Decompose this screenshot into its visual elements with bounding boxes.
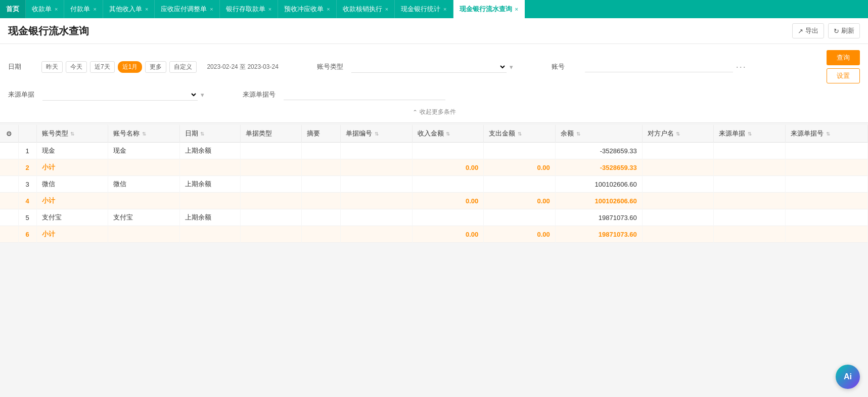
td-source_doc [714, 226, 786, 243]
page-header: 现金银行流水查询 ↗ 导出 ↻ 刷新 [0, 18, 868, 44]
account-type-wrap: ▾ [351, 61, 513, 73]
export-icon: ↗ [798, 27, 803, 35]
td-account_name: 现金 [108, 143, 180, 159]
td-gear [0, 226, 18, 243]
td-summary [301, 209, 341, 226]
nav-label-bank-deposit: 银行存取款单 [226, 5, 265, 14]
filter-row-2: 来源单据 ▾ 来源单据号 [8, 89, 860, 101]
td-date [179, 226, 240, 243]
td-summary [301, 159, 341, 176]
account-input[interactable] [585, 61, 733, 72]
td-date [179, 193, 240, 209]
td-expense: 0.00 [484, 193, 556, 209]
account-more-icon[interactable]: ··· [736, 62, 747, 72]
nav-close-payment[interactable]: × [93, 6, 96, 12]
td-doc_type [241, 176, 301, 193]
nav-close-bank-flow[interactable]: × [515, 6, 518, 12]
nav-item-home[interactable]: 首页 [0, 0, 26, 18]
settings-button[interactable]: 设置 [827, 68, 860, 83]
date-btn-更多[interactable]: 更多 [145, 61, 166, 73]
nav-item-writeoff[interactable]: 收款核销执行× [337, 0, 395, 18]
td-expense: 0.00 [484, 159, 556, 176]
refresh-button[interactable]: ↻ 刷新 [828, 23, 860, 38]
th-source_doc_no[interactable]: 来源单据号 ⇅ [785, 125, 867, 143]
source-doc-select[interactable] [42, 89, 198, 101]
source-doc-num-input[interactable] [284, 89, 445, 100]
nav-close-prepay[interactable]: × [327, 6, 330, 12]
td-counterpart [642, 159, 714, 176]
td-summary [301, 193, 341, 209]
nav-item-payment[interactable]: 付款单× [64, 0, 103, 18]
nav-close-writeoff[interactable]: × [385, 6, 388, 12]
export-button[interactable]: ↗ 导出 [792, 23, 824, 38]
nav-item-bank-flow[interactable]: 现金银行流水查询× [453, 0, 525, 18]
td-account_name: 微信 [108, 176, 180, 193]
nav-item-ar-ap-adjust[interactable]: 应收应付调整单× [155, 0, 219, 18]
td-counterpart [642, 209, 714, 226]
source-doc-label: 来源单据 [8, 90, 34, 99]
td-date: 上期余额 [179, 143, 240, 159]
date-btn-近1月[interactable]: 近1月 [118, 61, 143, 73]
td-account_type: 支付宝 [36, 209, 108, 226]
td-source_doc_no [785, 143, 867, 159]
date-label: 日期 [8, 62, 33, 71]
td-account_type: 小计 [36, 193, 108, 209]
td-expense [484, 176, 556, 193]
th-date[interactable]: 日期 ⇅ [179, 125, 240, 143]
th-income[interactable]: 收入金额 ⇅ [412, 125, 484, 143]
td-account_type: 小计 [36, 226, 108, 243]
td-gear [0, 143, 18, 159]
td-doc_type [241, 209, 301, 226]
th-account_name[interactable]: 账号名称 ⇅ [108, 125, 180, 143]
nav-item-bank-stat[interactable]: 现金银行统计× [395, 0, 453, 18]
th-expense[interactable]: 支出金额 ⇅ [484, 125, 556, 143]
date-btn-近7天[interactable]: 近7天 [90, 61, 115, 73]
date-btn-昨天[interactable]: 昨天 [41, 61, 63, 73]
th-source_doc[interactable]: 来源单据 ⇅ [714, 125, 786, 143]
collapse-bar[interactable]: ⌃ 收起更多条件 [8, 106, 860, 118]
nav-label-writeoff: 收款核销执行 [343, 5, 382, 14]
td-doc_type [241, 193, 301, 209]
nav-item-receipt[interactable]: 收款单× [26, 0, 64, 18]
td-income [412, 143, 484, 159]
td-counterpart [642, 193, 714, 209]
nav-label-payment: 付款单 [70, 5, 90, 14]
td-income: 0.00 [412, 193, 484, 209]
query-button[interactable]: 查询 [827, 50, 860, 65]
nav-label-other-income: 其他收入单 [109, 5, 142, 14]
gear-icon[interactable]: ⚙ [6, 130, 12, 138]
date-btn-今天[interactable]: 今天 [66, 61, 87, 73]
td-counterpart [642, 226, 714, 243]
sort-icon-date: ⇅ [199, 131, 205, 137]
td-seq: 2 [18, 159, 36, 176]
sort-icon-doc_no: ⇅ [373, 131, 379, 137]
th-counterpart[interactable]: 对方户名 ⇅ [642, 125, 714, 143]
sort-icon-counterpart: ⇅ [675, 131, 680, 137]
nav-item-bank-deposit[interactable]: 银行存取款单× [220, 0, 278, 18]
th-label-doc_no: 单据编号 [346, 129, 372, 137]
account-type-select[interactable] [351, 61, 507, 73]
nav-close-other-income[interactable]: × [145, 6, 148, 12]
td-balance: 100102606.60 [555, 176, 642, 193]
right-buttons: 查询 设置 [827, 50, 860, 83]
nav-close-bank-stat[interactable]: × [443, 6, 446, 12]
th-label-source_doc_no: 来源单据号 [791, 129, 824, 137]
nav-item-prepay[interactable]: 预收冲应收单× [278, 0, 336, 18]
source-doc-num-label: 来源单据号 [243, 90, 276, 99]
nav-close-bank-deposit[interactable]: × [268, 6, 271, 12]
th-seq [18, 125, 36, 143]
th-balance[interactable]: 余额 ⇅ [555, 125, 642, 143]
th-label-income: 收入金额 [418, 129, 444, 137]
th-doc_no[interactable]: 单据编号 ⇅ [341, 125, 413, 143]
date-btn-自定义[interactable]: 自定义 [169, 61, 197, 73]
td-income [412, 209, 484, 226]
nav-close-ar-ap-adjust[interactable]: × [210, 6, 213, 12]
nav-item-other-income[interactable]: 其他收入单× [103, 0, 155, 18]
td-income [412, 176, 484, 193]
nav-close-receipt[interactable]: × [55, 6, 58, 12]
th-account_type[interactable]: 账号类型 ⇅ [36, 125, 108, 143]
th-label-account_type: 账号类型 [42, 129, 68, 137]
th-label-counterpart: 对方户名 [648, 129, 674, 137]
td-doc_type [241, 159, 301, 176]
th-label-doc_type: 单据类型 [246, 129, 272, 137]
